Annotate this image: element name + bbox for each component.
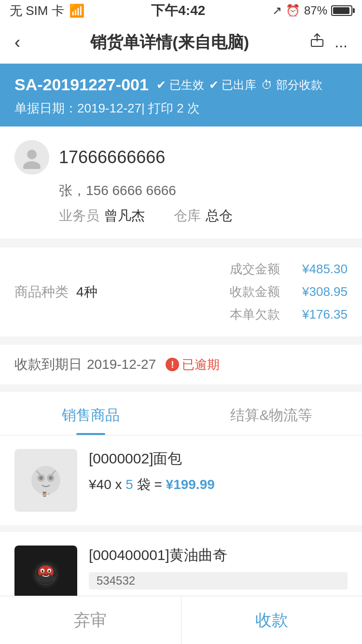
alarm-icon: ⏰ bbox=[286, 4, 300, 17]
svg-point-3 bbox=[31, 466, 60, 495]
status-effective: ✔ 已生效 bbox=[156, 77, 204, 93]
product-qty-1: 5 bbox=[125, 477, 133, 492]
back-button[interactable]: ‹ bbox=[14, 32, 30, 53]
deal-amount-value: ¥485.30 bbox=[290, 262, 348, 277]
received-amount-value: ¥308.95 bbox=[290, 284, 348, 299]
summary-left: 商品种类 4种 bbox=[14, 283, 97, 301]
owed-amount-value: ¥176.35 bbox=[290, 307, 348, 322]
bottom-bar: 弃审 收款 bbox=[0, 596, 362, 644]
product-batch-2: 534532 bbox=[89, 572, 348, 589]
more-button[interactable]: ... bbox=[334, 33, 348, 51]
product-types-value: 4种 bbox=[76, 283, 97, 301]
summary-row: 商品种类 4种 成交金额 ¥485.30 收款金额 ¥308.95 本单欠款 ¥… bbox=[14, 261, 348, 323]
deal-amount-label: 成交金额 bbox=[230, 261, 280, 278]
summary-section: 商品种类 4种 成交金额 ¥485.30 收款金额 ¥308.95 本单欠款 ¥… bbox=[0, 247, 362, 337]
due-date-label: 收款到期日 bbox=[14, 355, 82, 374]
salesperson-item: 业务员 曾凡杰 bbox=[59, 207, 145, 225]
status-time: 下午4:42 bbox=[151, 1, 205, 20]
warehouse-item: 仓库 总仓 bbox=[174, 207, 233, 225]
deal-amount-row: 成交金额 ¥485.30 bbox=[230, 261, 348, 278]
owed-amount-row: 本单欠款 ¥176.35 bbox=[230, 306, 348, 323]
product-thumb-1: 🦉+ bbox=[14, 449, 77, 512]
svg-point-2 bbox=[23, 161, 41, 169]
received-amount-label: 收款金额 bbox=[230, 283, 280, 300]
svg-point-6 bbox=[39, 476, 43, 480]
tabs-section: 销售商品 结算&物流等 bbox=[0, 392, 362, 435]
share-button[interactable] bbox=[309, 33, 325, 52]
battery-icon bbox=[331, 5, 352, 16]
date-label: 单据日期： bbox=[14, 101, 77, 115]
customer-top: 17666666666 bbox=[14, 140, 348, 175]
overdue-text: 已逾期 bbox=[182, 356, 220, 373]
svg-point-7 bbox=[49, 476, 53, 480]
sim-status: 无 SIM 卡 bbox=[10, 2, 64, 19]
nav-bar: ‹ 销货单详情(来自电脑) ... bbox=[0, 21, 362, 64]
customer-name-phone: 张，156 6666 6666 bbox=[14, 182, 348, 200]
product-item: 🦉+ [0000002]面包 ¥40 x 5 袋 = ¥199.99 bbox=[0, 435, 362, 532]
overdue-badge: ! 已逾期 bbox=[166, 356, 220, 373]
svg-point-1 bbox=[27, 150, 37, 159]
tab-settlement[interactable]: 结算&物流等 bbox=[181, 392, 362, 435]
due-date-value: 2019-12-27 bbox=[87, 357, 156, 372]
product-total-1: ¥199.99 bbox=[166, 477, 215, 492]
order-id: SA-20191227-001 bbox=[14, 75, 149, 94]
status-partial-payment: ⏱ 部分收款 bbox=[261, 77, 322, 93]
overdue-dot-icon: ! bbox=[166, 358, 179, 371]
avatar bbox=[14, 140, 49, 175]
customer-account-id: 17666666666 bbox=[59, 147, 165, 168]
status-right: ↗ ⏰ 87% bbox=[272, 4, 352, 17]
page-title: 销货单详情(来自电脑) bbox=[30, 31, 309, 54]
product-info-1: [0000002]面包 ¥40 x 5 袋 = ¥199.99 bbox=[89, 449, 348, 512]
customer-section: 17666666666 张，156 6666 6666 业务员 曾凡杰 仓库 总… bbox=[0, 126, 362, 239]
summary-right: 成交金额 ¥485.30 收款金额 ¥308.95 本单欠款 ¥176.35 bbox=[230, 261, 348, 323]
order-date: 单据日期：2019-12-27| 打印 2 次 bbox=[14, 100, 348, 117]
svg-point-13 bbox=[36, 574, 56, 582]
order-header: SA-20191227-001 ✔ 已生效 ✔ 已出库 ⏱ 部分收款 单据日期：… bbox=[0, 64, 362, 126]
warehouse-value: 总仓 bbox=[206, 207, 233, 225]
warehouse-label: 仓库 bbox=[174, 207, 201, 225]
product-image-1: 🦉+ bbox=[14, 449, 77, 512]
nav-actions: ... bbox=[309, 33, 348, 52]
svg-text:🦉+: 🦉+ bbox=[42, 491, 50, 497]
product-types-label: 商品种类 bbox=[14, 283, 69, 301]
product-price-1: ¥40 x 5 袋 = ¥199.99 bbox=[89, 476, 348, 494]
product-name-1: [0000002]面包 bbox=[89, 449, 348, 469]
svg-point-17 bbox=[48, 570, 50, 572]
due-section: 收款到期日 2019-12-27 ! 已逾期 bbox=[0, 345, 362, 384]
print-info: | 打印 2 次 bbox=[141, 101, 200, 115]
wifi-icon: 📶 bbox=[69, 3, 84, 18]
order-date-value: 2019-12-27 bbox=[77, 101, 141, 115]
received-amount-row: 收款金额 ¥308.95 bbox=[230, 283, 348, 300]
battery-percent: 87% bbox=[304, 4, 327, 17]
tab-sales-products[interactable]: 销售商品 bbox=[0, 392, 181, 435]
product-name-2: [000400001]黄油曲奇 bbox=[89, 546, 348, 565]
status-delivered: ✔ 已出库 bbox=[209, 77, 257, 93]
customer-meta: 业务员 曾凡杰 仓库 总仓 bbox=[14, 207, 348, 225]
status-left: 无 SIM 卡 📶 bbox=[10, 2, 84, 19]
cancel-button[interactable]: 弃审 bbox=[0, 596, 181, 644]
location-icon: ↗ bbox=[272, 4, 282, 17]
owed-amount-label: 本单欠款 bbox=[230, 306, 280, 323]
salesperson-value: 曾凡杰 bbox=[104, 207, 145, 225]
order-header-top: SA-20191227-001 ✔ 已生效 ✔ 已出库 ⏱ 部分收款 bbox=[14, 75, 348, 94]
status-tags: ✔ 已生效 ✔ 已出库 ⏱ 部分收款 bbox=[156, 77, 322, 93]
confirm-button[interactable]: 收款 bbox=[181, 596, 362, 644]
svg-point-16 bbox=[42, 570, 43, 572]
salesperson-label: 业务员 bbox=[59, 207, 99, 225]
status-bar: 无 SIM 卡 📶 下午4:42 ↗ ⏰ 87% bbox=[0, 0, 362, 21]
